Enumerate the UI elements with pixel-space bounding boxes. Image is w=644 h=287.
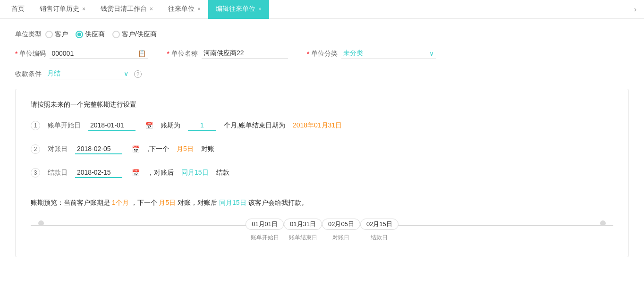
payment-suffix-pre: ，对账后 bbox=[147, 169, 174, 177]
calendar-icon-payment[interactable]: 📅 bbox=[132, 169, 140, 177]
period-num-2: 2 bbox=[31, 144, 40, 154]
node-caption-2: 账单结束日 bbox=[289, 234, 317, 242]
preview-mid2: 对账，对账后 bbox=[178, 199, 217, 206]
timeline-node-4: 02月15日 结款日 bbox=[360, 219, 398, 242]
radio-circle-supplier bbox=[76, 31, 83, 38]
payment-terms-label: 收款条件 bbox=[15, 70, 42, 78]
unit-category-select[interactable]: 未分类 ∨ bbox=[341, 48, 436, 59]
radio-customer-label: 客户 bbox=[55, 30, 68, 39]
preview-part2: 月5日 bbox=[159, 199, 176, 206]
tab-close-edit-contact[interactable]: × bbox=[258, 6, 262, 12]
payment-suffix-post: 结款 bbox=[216, 169, 229, 177]
radio-supplier[interactable]: 供应商 bbox=[76, 30, 105, 39]
start-date-input[interactable] bbox=[88, 120, 136, 131]
timeline-nodes: 01月01日 账单开始日 01月31日 账单结束日 02月05日 对账日 bbox=[38, 219, 606, 242]
tab-close-daily-work[interactable]: × bbox=[150, 6, 153, 12]
period-row-2: 2 对账日 📅 ,下一个 月5日 对账 bbox=[31, 144, 613, 154]
period-num-1: 1 bbox=[31, 121, 40, 130]
unit-name-label: 单位名称 bbox=[171, 50, 198, 58]
card-hint: 请按照未来的一个完整帐期进行设置 bbox=[31, 101, 613, 109]
payment-highlight: 同月15日 bbox=[181, 169, 209, 177]
timeline-container: 01月01日 账单开始日 01月31日 账单结束日 02月05日 对账日 bbox=[31, 219, 613, 242]
timeline-node-1: 01月01日 账单开始日 bbox=[246, 219, 284, 242]
tab-sales-history[interactable]: 销售订单历史 × bbox=[32, 0, 93, 19]
preview-mid1: ，下一个 bbox=[131, 199, 157, 206]
timeline-node-3: 02月05日 对账日 bbox=[322, 219, 360, 242]
calendar-icon-reconcile[interactable]: 📅 bbox=[132, 145, 140, 153]
preview-text: 账期预览：当前客户账期是 1个月 ，下一个 月5日 对账，对账后 同月15日 该… bbox=[31, 199, 613, 207]
tab-home[interactable]: 首页 bbox=[4, 0, 32, 19]
unit-type-row: 单位类型 客户 供应商 客户/供应商 bbox=[15, 30, 629, 39]
radio-circle-customer bbox=[45, 31, 53, 38]
radio-both-label: 客户/供应商 bbox=[122, 30, 157, 39]
tab-contacts[interactable]: 往来单位 × bbox=[161, 0, 208, 19]
preview-part1: 1个月 bbox=[112, 199, 129, 206]
reconcile-highlight: 月5日 bbox=[177, 145, 194, 153]
timeline-node-2: 01月31日 账单结束日 bbox=[284, 219, 322, 242]
unit-category-item: * 单位分类 未分类 ∨ bbox=[307, 48, 436, 59]
payment-terms-row: 收款条件 月结 ∨ ? bbox=[15, 68, 629, 79]
preview-part3: 同月15日 bbox=[219, 199, 246, 206]
period-months-input[interactable] bbox=[188, 120, 216, 131]
payment-terms-arrow: ∨ bbox=[124, 70, 128, 77]
unit-type-radio-group: 客户 供应商 客户/供应商 bbox=[45, 30, 157, 39]
node-caption-1: 账单开始日 bbox=[251, 234, 279, 242]
unit-code-label: 单位编码 bbox=[19, 50, 46, 58]
unit-type-item: 单位类型 客户 供应商 客户/供应商 bbox=[15, 30, 157, 39]
period-label-3: 结款日 bbox=[48, 169, 68, 177]
unit-code-input[interactable] bbox=[50, 49, 136, 58]
radio-supplier-label: 供应商 bbox=[85, 30, 105, 39]
reconcile-suffix-post: 对账 bbox=[201, 145, 214, 153]
payment-terms-item: 收款条件 月结 ∨ ? bbox=[15, 68, 142, 79]
timeline-end-dot bbox=[600, 220, 606, 226]
calendar-icon-start[interactable]: 📅 bbox=[145, 122, 153, 129]
tab-edit-contact[interactable]: 编辑往来单位 × bbox=[208, 0, 269, 19]
node-badge-4: 02月15日 bbox=[360, 219, 398, 230]
period-end-date: 2018年01月31日 bbox=[293, 121, 342, 130]
node-badge-1: 01月01日 bbox=[246, 219, 284, 230]
tab-close-sales-history[interactable]: × bbox=[82, 6, 85, 12]
help-icon[interactable]: ? bbox=[134, 70, 142, 78]
period-num-3: 3 bbox=[31, 168, 40, 177]
preview-suffix: 该客户会给我打款。 bbox=[248, 199, 308, 206]
unit-info-row: * 单位编码 📋 * 单位名称 * 单位分类 未分类 ∨ bbox=[15, 48, 629, 59]
radio-circle-both bbox=[112, 31, 120, 38]
period-unit-text: 个月,账单结束日期为 bbox=[224, 121, 285, 130]
content-area: 单位类型 客户 供应商 客户/供应商 * 单位编码 bbox=[0, 19, 644, 287]
payment-terms-select[interactable]: 月结 ∨ bbox=[45, 68, 130, 79]
tabs-bar: 首页 销售订单历史 × 钱货日清工作台 × 往来单位 × 编辑往来单位 × › bbox=[0, 0, 644, 19]
reconcile-suffix-pre: ,下一个 bbox=[147, 145, 169, 153]
preview-section: 账期预览：当前客户账期是 1个月 ，下一个 月5日 对账，对账后 同月15日 该… bbox=[31, 191, 613, 245]
calendar-icon-code[interactable]: 📋 bbox=[136, 50, 148, 57]
period-label-text: 账期为 bbox=[161, 121, 180, 130]
unit-code-input-wrap: 📋 bbox=[50, 49, 148, 59]
payment-date-input[interactable] bbox=[75, 168, 122, 178]
timeline-start-dot bbox=[38, 220, 44, 226]
period-label-1: 账单开始日 bbox=[48, 121, 81, 130]
radio-customer[interactable]: 客户 bbox=[45, 30, 68, 39]
node-badge-3: 02月05日 bbox=[322, 219, 360, 230]
period-row-3: 3 结款日 📅 ，对账后 同月15日 结款 bbox=[31, 168, 613, 178]
unit-code-item: * 单位编码 📋 bbox=[15, 49, 148, 59]
period-row-1: 1 账单开始日 📅 账期为 个月,账单结束日期为 2018年01月31日 bbox=[31, 120, 613, 131]
unit-category-arrow: ∨ bbox=[429, 50, 434, 57]
radio-both[interactable]: 客户/供应商 bbox=[112, 30, 157, 39]
unit-type-label: 单位类型 bbox=[15, 30, 42, 39]
node-caption-4: 结款日 bbox=[371, 234, 388, 242]
node-badge-2: 01月31日 bbox=[284, 219, 322, 230]
tab-daily-work[interactable]: 钱货日清工作台 × bbox=[93, 0, 161, 19]
node-caption-3: 对账日 bbox=[332, 234, 349, 242]
period-card: 请按照未来的一个完整帐期进行设置 1 账单开始日 📅 账期为 个月,账单结束日期… bbox=[15, 89, 629, 257]
period-label-2: 对账日 bbox=[48, 145, 68, 153]
unit-name-item: * 单位名称 bbox=[167, 49, 288, 59]
unit-category-value: 未分类 bbox=[343, 49, 425, 58]
tab-more-arrow[interactable]: › bbox=[630, 5, 640, 14]
preview-prefix: 账期预览：当前客户账期是 bbox=[31, 199, 110, 206]
unit-name-input[interactable] bbox=[202, 49, 288, 59]
reconcile-date-input[interactable] bbox=[75, 144, 122, 154]
unit-category-label: 单位分类 bbox=[311, 50, 338, 58]
payment-terms-value: 月结 bbox=[47, 69, 120, 78]
tab-close-contacts[interactable]: × bbox=[197, 6, 201, 12]
